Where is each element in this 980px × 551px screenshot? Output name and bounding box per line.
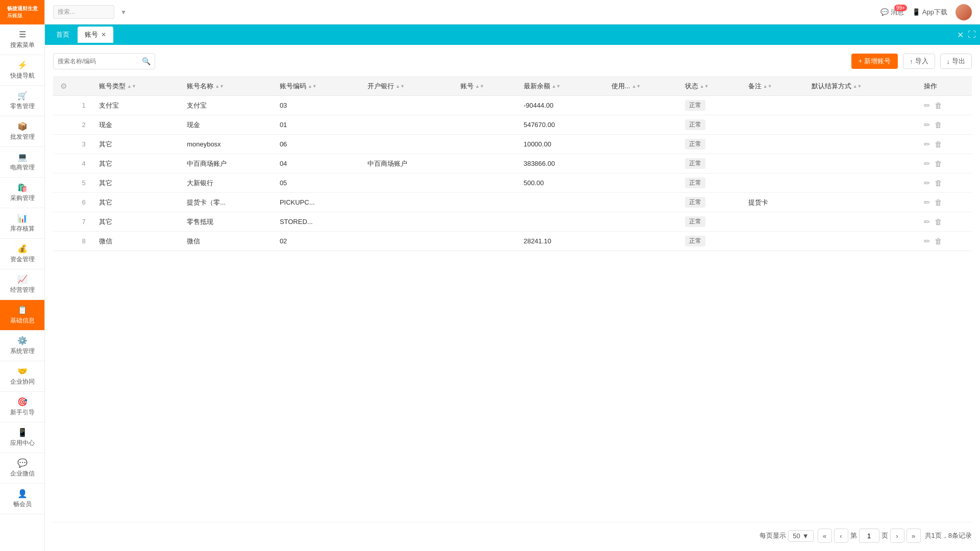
row-cell-notes [743, 154, 806, 173]
sidebar-item-capital-mgmt[interactable]: 💰 资金管理 [0, 239, 44, 269]
edit-icon[interactable]: ✏ [924, 237, 930, 246]
row-cell-account-type: 微信 [94, 232, 182, 251]
edit-icon[interactable]: ✏ [924, 159, 930, 168]
add-account-button[interactable]: + 新增账号 [851, 54, 898, 69]
tab-home[interactable]: 首页 [49, 27, 77, 43]
window-close-icon[interactable]: ✕ [957, 30, 964, 40]
col-status[interactable]: 状态 ▲▼ [680, 77, 743, 96]
col-settings[interactable]: ⚙ [53, 77, 74, 96]
quick-nav-icon: ⚡ [17, 60, 28, 70]
sidebar-item-ecommerce-mgmt[interactable]: 💻 电商管理 [0, 147, 44, 178]
import-label: 导入 [915, 57, 928, 66]
col-latest-balance[interactable]: 最新余额 ▲▼ [519, 77, 606, 96]
col-usage[interactable]: 使用... ▲▼ [606, 77, 680, 96]
app-download-button[interactable]: 📱 App下载 [912, 8, 947, 17]
row-cell-actions: ✏ 🗑 [919, 173, 972, 193]
import-button[interactable]: ↑ 导入 [903, 54, 935, 69]
row-cell-checkbox [53, 173, 74, 193]
export-button[interactable]: ↓ 导出 [940, 54, 972, 69]
message-button[interactable]: 💬 消息 99+ [880, 8, 904, 17]
row-cell-account-type: 支付宝 [94, 96, 182, 115]
search-input[interactable] [58, 58, 142, 65]
sort-arrows-icon: ▲▼ [632, 84, 641, 89]
sidebar-item-label: 搜索菜单 [10, 41, 35, 49]
search-icon[interactable]: 🔍 [142, 57, 151, 65]
delete-icon[interactable]: 🗑 [935, 198, 942, 207]
sidebar-item-quick-nav[interactable]: ⚡ 快捷导航 [0, 55, 44, 86]
sidebar-item-member[interactable]: 👤 畅会员 [0, 484, 44, 514]
search-box[interactable]: 🔍 [53, 53, 155, 69]
row-cell-account-code: 02 [275, 232, 362, 251]
delete-icon[interactable]: 🗑 [935, 179, 942, 187]
col-account-name[interactable]: 账号名称 ▲▼ [182, 77, 275, 96]
col-account-type[interactable]: 账号类型 ▲▼ [94, 77, 182, 96]
tab-account[interactable]: 账号 ✕ [78, 27, 113, 43]
delete-icon[interactable]: 🗑 [935, 237, 942, 245]
col-default-settlement[interactable]: 默认结算方式 ▲▼ [806, 77, 919, 96]
top-search-box[interactable]: 搜索... [53, 5, 114, 19]
edit-icon[interactable]: ✏ [924, 198, 930, 207]
row-cell-notes [743, 232, 806, 251]
row-cell-default-settlement [806, 173, 919, 193]
sidebar-item-label: 应用中心 [10, 439, 35, 447]
settings-icon[interactable]: ⚙ [60, 82, 67, 90]
row-cell-account-no [455, 135, 519, 154]
row-cell-status: 正常 [680, 212, 743, 232]
sidebar-item-beginner-guide[interactable]: 🎯 新手引导 [0, 392, 44, 422]
last-page-button[interactable]: » [906, 529, 921, 543]
col-index [74, 77, 94, 96]
sidebar-item-label: 电商管理 [10, 163, 35, 172]
sidebar-item-system-mgmt[interactable]: ⚙️ 系统管理 [0, 331, 44, 361]
enterprise-agreement-icon: 🤝 [17, 366, 28, 376]
page-number-input[interactable] [859, 529, 879, 543]
row-cell-latest-balance [519, 193, 606, 212]
capital-mgmt-icon: 💰 [17, 244, 28, 254]
row-cell-bank [362, 193, 455, 212]
sidebar-item-search-menu[interactable]: ☰ 搜索菜单 [0, 24, 44, 55]
row-cell-account-no [455, 232, 519, 251]
edit-icon[interactable]: ✏ [924, 179, 930, 188]
page-size-dropdown[interactable]: 50 ▼ [788, 530, 813, 542]
row-cell-account-type: 其它 [94, 212, 182, 232]
row-cell-index: 7 [74, 212, 94, 232]
row-cell-bank [362, 115, 455, 135]
sidebar-item-purchase-mgmt[interactable]: 🛍️ 采购管理 [0, 178, 44, 208]
sidebar-item-enterprise-agreement[interactable]: 🤝 企业协同 [0, 361, 44, 392]
tab-close-icon[interactable]: ✕ [101, 31, 106, 38]
dropdown-arrow-icon[interactable]: ▼ [120, 9, 127, 16]
delete-icon[interactable]: 🗑 [935, 140, 942, 148]
prev-page-button[interactable]: ‹ [834, 529, 848, 543]
row-cell-account-code: 06 [275, 135, 362, 154]
edit-icon[interactable]: ✏ [924, 101, 930, 110]
sort-arrows-icon: ▲▼ [475, 84, 484, 89]
col-notes[interactable]: 备注 ▲▼ [743, 77, 806, 96]
sidebar-item-basic-info[interactable]: 📋 基础信息 [0, 300, 44, 331]
ecommerce-mgmt-icon: 💻 [17, 152, 28, 162]
row-cell-account-code: 03 [275, 96, 362, 115]
sidebar-item-app-center[interactable]: 📱 应用中心 [0, 422, 44, 453]
col-account-no[interactable]: 账号 ▲▼ [455, 77, 519, 96]
delete-icon[interactable]: 🗑 [935, 101, 942, 110]
table-row: 1 支付宝 支付宝 03 -90444.00 正常 ✏ 🗑 [53, 96, 972, 115]
next-page-button[interactable]: › [890, 529, 904, 543]
sidebar-item-label: 经营管理 [10, 286, 35, 294]
window-maximize-icon[interactable]: ⛶ [968, 30, 976, 40]
sidebar-item-operations-mgmt[interactable]: 📈 经营管理 [0, 269, 44, 300]
wholesale-mgmt-icon: 📦 [17, 121, 28, 131]
sidebar-item-wholesale-mgmt[interactable]: 📦 批发管理 [0, 116, 44, 147]
sidebar-item-retail-mgmt[interactable]: 🛒 零售管理 [0, 86, 44, 116]
col-bank[interactable]: 开户银行 ▲▼ [362, 77, 455, 96]
sidebar-item-inventory[interactable]: 📊 库存核算 [0, 208, 44, 239]
row-cell-account-type: 其它 [94, 135, 182, 154]
sidebar-item-enterprise-wechat[interactable]: 💬 企业微信 [0, 453, 44, 484]
edit-icon[interactable]: ✏ [924, 140, 930, 149]
delete-icon[interactable]: 🗑 [935, 120, 942, 129]
delete-icon[interactable]: 🗑 [935, 217, 942, 226]
edit-icon[interactable]: ✏ [924, 120, 930, 130]
edit-icon[interactable]: ✏ [924, 217, 930, 227]
first-page-button[interactable]: « [818, 529, 832, 543]
delete-icon[interactable]: 🗑 [935, 159, 942, 168]
col-account-code[interactable]: 账号编码 ▲▼ [275, 77, 362, 96]
user-avatar[interactable] [955, 4, 972, 20]
sort-arrows-icon: ▲▼ [396, 84, 405, 89]
